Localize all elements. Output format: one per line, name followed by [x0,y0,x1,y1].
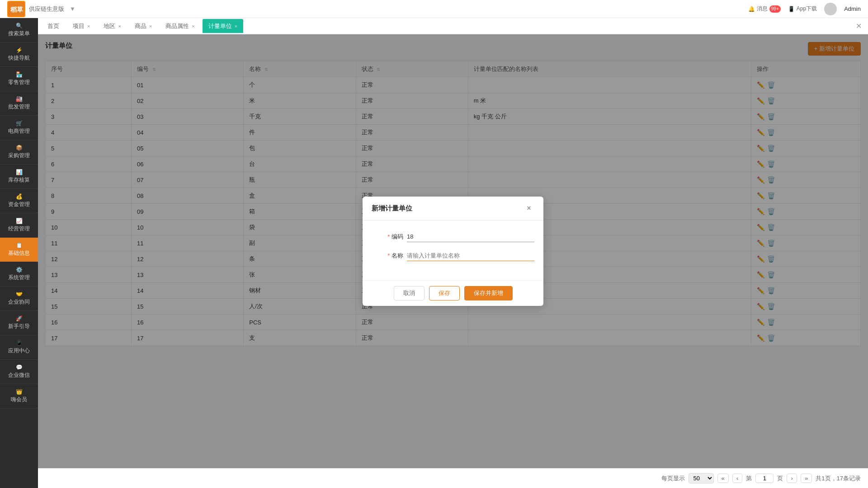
save-and-new-button[interactable]: 保存并新增 [464,286,513,300]
retail-icon: 🏪 [2,71,36,78]
sidebar-item-purchase[interactable]: 📦 采购管理 [0,140,38,164]
logo-icon: 稻草 [7,1,25,17]
dialog-title: 新增计量单位 [372,204,412,213]
download-icon: 📱 [788,6,795,12]
tab-bar: 首页 项目 × 地区 × 商品 × 商品属性 × 计量单位 × ✕ [38,18,868,34]
sidebar-item-quick-nav[interactable]: ⚡ 快捷导航 [0,42,38,67]
required-mark-code: * [387,233,390,240]
first-page-button[interactable]: « [717,474,729,483]
tab-region-close[interactable]: × [118,23,121,29]
sidebar-item-retail[interactable]: 🏪 零售管理 [0,67,38,91]
page-size-label: 每页显示 [661,474,685,483]
ecommerce-icon: 🛒 [2,120,36,127]
header-right: 🔔 消息 99+ 📱 App下载 Admin [748,3,861,15]
page-label-before: 第 [746,474,752,483]
last-page-button[interactable]: » [801,474,812,483]
form-name-label-text: 名称 [392,252,403,259]
nav-icon: ⚡ [2,47,36,53]
search-icon: 🔍 [2,23,36,29]
tab-product-label: 商品 [135,22,146,30]
dropdown-arrow-icon[interactable]: ▼ [70,5,75,12]
tab-unit-label: 计量单位 [208,22,232,30]
form-name-label: * 名称 [372,252,403,260]
app-center-icon: 📱 [2,340,36,346]
app-download-btn[interactable]: 📱 App下载 [788,5,817,13]
dialog-header: 新增计量单位 × [363,197,543,221]
sidebar-item-inventory[interactable]: 📊 库存核算 [0,164,38,189]
enterprise-icon: 🤝 [2,291,36,297]
tab-project-close[interactable]: × [87,23,90,29]
sidebar-item-wholesale-label: 批发管理 [2,103,36,111]
add-unit-dialog: 新增计量单位 × * 编码 * [363,197,543,306]
sidebar-item-ecommerce[interactable]: 🛒 电商管理 [0,116,38,140]
app-download-label: App下载 [797,5,817,13]
sidebar-item-finance-label: 资金管理 [2,201,36,208]
page-label-after: 页 [777,474,783,483]
sidebar-item-quick-nav-label: 快捷导航 [2,54,36,62]
sidebar-item-guide-label: 新手引导 [2,323,36,330]
tab-product-close[interactable]: × [149,23,152,29]
tab-unit[interactable]: 计量单位 × [203,19,243,33]
sidebar-item-retail-label: 零售管理 [2,79,36,86]
sidebar-item-operations[interactable]: 📈 经营管理 [0,213,38,238]
dialog-close-button[interactable]: × [524,203,534,214]
notifications-label: 消息 [757,5,768,13]
sidebar-item-basic-info[interactable]: 📋 基础信息 [0,238,38,262]
sidebar-item-app-center[interactable]: 📱 应用中心 [0,335,38,360]
page-size-select[interactable]: 50 20 100 [689,473,714,483]
sidebar-item-membership[interactable]: 👑 嗨会员 [0,384,38,408]
sidebar-item-inventory-label: 库存核算 [2,176,36,184]
form-code-label-text: 编码 [392,233,403,240]
sidebar-item-guide[interactable]: 🚀 新手引导 [0,311,38,335]
tab-product-attr-label: 商品属性 [165,22,189,30]
sidebar-item-search[interactable]: 🔍 搜索菜单 [0,18,38,42]
tab-project[interactable]: 项目 × [67,19,96,33]
logo-area: 稻草 供应链生意版 ▼ [7,1,75,17]
next-page-button[interactable]: › [787,474,797,483]
sidebar: 🔍 搜索菜单 ⚡ 快捷导航 🏪 零售管理 🏭 批发管理 🛒 电商管理 📦 采购管… [0,18,38,488]
sidebar-item-wholesale[interactable]: 🏭 批发管理 [0,91,38,116]
cancel-button[interactable]: 取消 [394,286,425,300]
save-button[interactable]: 保存 [429,286,460,300]
name-input[interactable] [407,250,534,261]
sidebar-item-basic-info-label: 基础信息 [2,249,36,257]
notifications-btn[interactable]: 🔔 消息 99+ [748,5,781,13]
tab-home[interactable]: 首页 [42,19,65,33]
required-mark-name: * [387,252,390,259]
tab-region[interactable]: 地区 × [98,19,127,33]
wholesale-icon: 🏭 [2,96,36,102]
tab-home-label: 首页 [47,22,59,30]
form-row-code: * 编码 [372,231,534,242]
inventory-icon: 📊 [2,169,36,175]
notifications-badge: 99+ [769,5,781,13]
finance-icon: 💰 [2,193,36,200]
sidebar-item-finance[interactable]: 💰 资金管理 [0,189,38,213]
prev-page-button[interactable]: ‹ [732,474,742,483]
tab-unit-close[interactable]: × [235,23,237,29]
logo-text: 供应链生意版 [29,5,64,13]
bell-icon: 🔔 [748,6,755,12]
dialog-footer: 取消 保存 保存并新增 [363,280,543,306]
tab-product-attr-close[interactable]: × [192,23,194,29]
tab-product[interactable]: 商品 × [129,19,158,33]
avatar[interactable] [824,3,837,15]
sidebar-item-enterprise[interactable]: 🤝 企业协同 [0,286,38,311]
sidebar-item-operations-label: 经营管理 [2,225,36,233]
sidebar-item-system[interactable]: ⚙️ 系统管理 [0,262,38,286]
sidebar-item-ecommerce-label: 电商管理 [2,127,36,135]
sidebar-item-enterprise-label: 企业协同 [2,298,36,306]
system-icon: ⚙️ [2,267,36,273]
sidebar-item-wechat-label: 企业微信 [2,371,36,379]
page-content: 计量单位 + 新增计量单位 序号 编号 ⇅ 名称 ⇅ 状态 ⇅ 计量单位匹配的名… [38,34,868,468]
tab-close-all[interactable]: ✕ [853,21,864,31]
code-input[interactable] [407,231,534,242]
tab-region-label: 地区 [104,22,115,30]
purchase-icon: 📦 [2,145,36,151]
operations-icon: 📈 [2,218,36,224]
dialog-overlay: 新增计量单位 × * 编码 * [38,34,868,468]
page-number-input[interactable] [755,474,774,483]
form-row-name: * 名称 [372,250,534,261]
sidebar-item-wechat[interactable]: 💬 企业微信 [0,360,38,384]
sidebar-item-membership-label: 嗨会员 [2,396,36,404]
tab-product-attr[interactable]: 商品属性 × [160,19,200,33]
